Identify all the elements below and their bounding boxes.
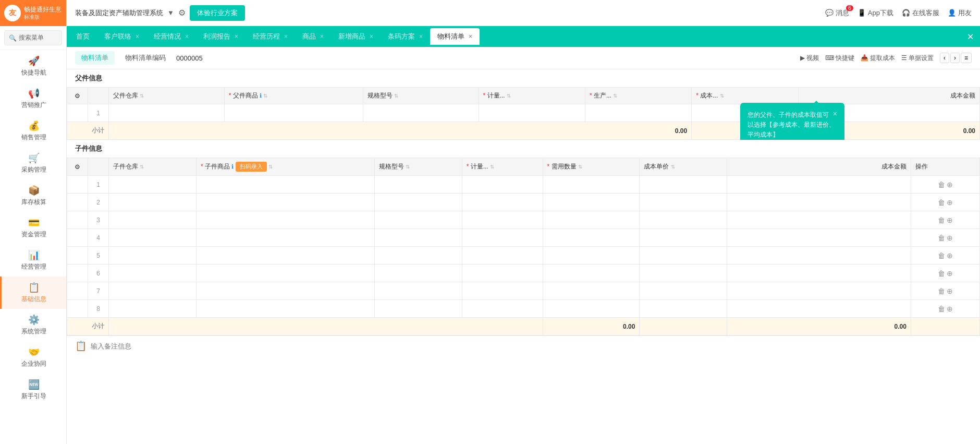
child-row3-spec[interactable] bbox=[374, 211, 462, 229]
child-row1-unit[interactable] bbox=[462, 176, 543, 194]
parent-row1-goods[interactable] bbox=[224, 104, 363, 122]
scan-input-button[interactable]: 扫码录入 bbox=[236, 162, 267, 172]
sidebar-item-enterprise[interactable]: 🤝 企业协同 bbox=[0, 341, 66, 374]
child-row5-unit[interactable] bbox=[462, 247, 543, 265]
parent-row1-warehouse[interactable] bbox=[109, 104, 225, 122]
parent-row1-spec[interactable] bbox=[363, 104, 479, 122]
child-row6-spec[interactable] bbox=[374, 265, 462, 282]
child-row1-copy-button[interactable]: ⊕ bbox=[947, 181, 953, 189]
tab-home[interactable]: 首页 bbox=[69, 28, 97, 45]
sidebar-item-finance[interactable]: 💳 资金管理 bbox=[0, 212, 66, 244]
child-row8-unit[interactable] bbox=[462, 300, 543, 318]
sidebar-item-quick-nav[interactable]: 🚀 快捷导航 bbox=[0, 50, 66, 82]
sidebar-item-marketing[interactable]: 📢 营销推广 bbox=[0, 82, 66, 115]
sidebar-item-basic-info[interactable]: 📋 基础信息 bbox=[0, 277, 66, 309]
child-row8-warehouse[interactable] bbox=[109, 300, 197, 318]
child-row1-quantity[interactable] bbox=[543, 176, 640, 194]
child-row3-copy-button[interactable]: ⊕ bbox=[947, 216, 953, 224]
child-row2-quantity[interactable] bbox=[543, 194, 640, 211]
nav-prev-button[interactable]: ‹ bbox=[940, 53, 949, 63]
sidebar-item-sales[interactable]: 💰 销售管理 bbox=[0, 115, 66, 147]
child-row7-delete-button[interactable]: 🗑 bbox=[938, 287, 945, 295]
child-row2-spec[interactable] bbox=[374, 194, 462, 211]
child-row6-copy-button[interactable]: ⊕ bbox=[947, 269, 953, 278]
sub-tab-bom-list[interactable]: 物料清单 bbox=[75, 51, 115, 65]
child-row8-goods[interactable] bbox=[197, 300, 374, 318]
child-row7-quantity[interactable] bbox=[543, 282, 640, 300]
child-row2-unit-cost[interactable] bbox=[640, 194, 727, 211]
child-row3-unit-cost[interactable] bbox=[640, 211, 727, 229]
document-settings-action[interactable]: ☰ 单据设置 bbox=[901, 54, 934, 63]
child-row6-unit-cost[interactable] bbox=[640, 265, 727, 282]
child-col-gear[interactable]: ⚙ bbox=[67, 158, 88, 176]
child-row5-unit-cost[interactable] bbox=[640, 247, 727, 265]
child-row6-unit[interactable] bbox=[462, 265, 543, 282]
child-row5-warehouse[interactable] bbox=[109, 247, 197, 265]
child-row3-warehouse[interactable] bbox=[109, 211, 197, 229]
child-row7-goods[interactable] bbox=[197, 282, 374, 300]
child-row8-delete-button[interactable]: 🗑 bbox=[938, 305, 945, 313]
tooltip-close-button[interactable]: × bbox=[833, 108, 837, 119]
child-row8-unit-cost[interactable] bbox=[640, 300, 727, 318]
trial-button[interactable]: 体验行业方案 bbox=[190, 5, 245, 21]
child-row3-goods[interactable] bbox=[197, 211, 374, 229]
child-row7-spec[interactable] bbox=[374, 282, 462, 300]
child-row6-quantity[interactable] bbox=[543, 265, 640, 282]
child-row2-warehouse[interactable] bbox=[109, 194, 197, 211]
tab-customer[interactable]: 客户联络 × bbox=[97, 28, 146, 45]
parent-row1-unit[interactable] bbox=[479, 104, 585, 122]
tab-close-customer[interactable]: × bbox=[136, 33, 139, 40]
app-download-button[interactable]: 📱 App下载 bbox=[858, 8, 893, 18]
child-row2-goods[interactable] bbox=[197, 194, 374, 211]
nav-end-button[interactable]: ≡ bbox=[961, 53, 972, 63]
tab-goods[interactable]: 商品 × bbox=[295, 28, 331, 45]
child-row2-delete-button[interactable]: 🗑 bbox=[938, 198, 945, 207]
tab-close-operations[interactable]: × bbox=[185, 33, 189, 40]
tab-bar-close-icon[interactable]: ✕ bbox=[967, 32, 974, 42]
video-action[interactable]: ▶ 视频 bbox=[800, 54, 819, 63]
settings-icon[interactable]: ⚙ bbox=[178, 8, 186, 18]
system-dropdown-icon[interactable]: ▼ bbox=[167, 9, 174, 17]
tab-close-goods[interactable]: × bbox=[320, 33, 324, 40]
child-row6-goods[interactable] bbox=[197, 265, 374, 282]
child-row1-delete-button[interactable]: 🗑 bbox=[938, 181, 945, 189]
tab-history[interactable]: 经营历程 × bbox=[246, 28, 295, 45]
child-row7-unit[interactable] bbox=[462, 282, 543, 300]
child-row5-copy-button[interactable]: ⊕ bbox=[947, 251, 953, 260]
child-row7-warehouse[interactable] bbox=[109, 282, 197, 300]
parent-col-gear[interactable]: ⚙ bbox=[67, 88, 88, 104]
tab-close-history[interactable]: × bbox=[284, 33, 288, 40]
tab-close-barcode[interactable]: × bbox=[419, 33, 423, 40]
message-button[interactable]: 💬 6 消息 bbox=[825, 8, 849, 18]
child-row2-unit[interactable] bbox=[462, 194, 543, 211]
child-row2-copy-button[interactable]: ⊕ bbox=[947, 198, 953, 207]
child-row1-goods[interactable] bbox=[197, 176, 374, 194]
child-row4-quantity[interactable] bbox=[543, 229, 640, 247]
sidebar-item-purchase[interactable]: 🛒 采购管理 bbox=[0, 147, 66, 179]
tab-new-goods[interactable]: 新增商品 × bbox=[331, 28, 381, 45]
search-menu-button[interactable]: 🔍 搜索菜单 bbox=[4, 30, 62, 45]
child-row7-copy-button[interactable]: ⊕ bbox=[947, 287, 953, 295]
nav-next-button[interactable]: › bbox=[950, 53, 960, 63]
child-row3-unit[interactable] bbox=[462, 211, 543, 229]
child-row6-warehouse[interactable] bbox=[109, 265, 197, 282]
child-row5-delete-button[interactable]: 🗑 bbox=[938, 251, 945, 260]
online-service-button[interactable]: 🎧 在线客服 bbox=[902, 8, 939, 18]
child-row1-unit-cost[interactable] bbox=[640, 176, 727, 194]
child-row1-spec[interactable] bbox=[374, 176, 462, 194]
tab-bom[interactable]: 物料清单 × bbox=[430, 28, 480, 45]
note-input[interactable] bbox=[91, 342, 972, 350]
sidebar-item-system[interactable]: ⚙️ 系统管理 bbox=[0, 309, 66, 341]
shortcut-action[interactable]: ⌨ 快捷键 bbox=[825, 54, 854, 63]
user-menu-button[interactable]: 👤 用友 bbox=[948, 8, 972, 18]
tab-close-profit[interactable]: × bbox=[235, 33, 238, 40]
child-row3-quantity[interactable] bbox=[543, 211, 640, 229]
child-row8-copy-button[interactable]: ⊕ bbox=[947, 305, 953, 313]
child-row1-warehouse[interactable] bbox=[109, 176, 197, 194]
child-row6-delete-button[interactable]: 🗑 bbox=[938, 269, 945, 278]
tab-operations[interactable]: 经营情况 × bbox=[146, 28, 196, 45]
child-row4-warehouse[interactable] bbox=[109, 229, 197, 247]
child-row8-spec[interactable] bbox=[374, 300, 462, 318]
child-row4-delete-button[interactable]: 🗑 bbox=[938, 234, 945, 242]
child-row5-spec[interactable] bbox=[374, 247, 462, 265]
